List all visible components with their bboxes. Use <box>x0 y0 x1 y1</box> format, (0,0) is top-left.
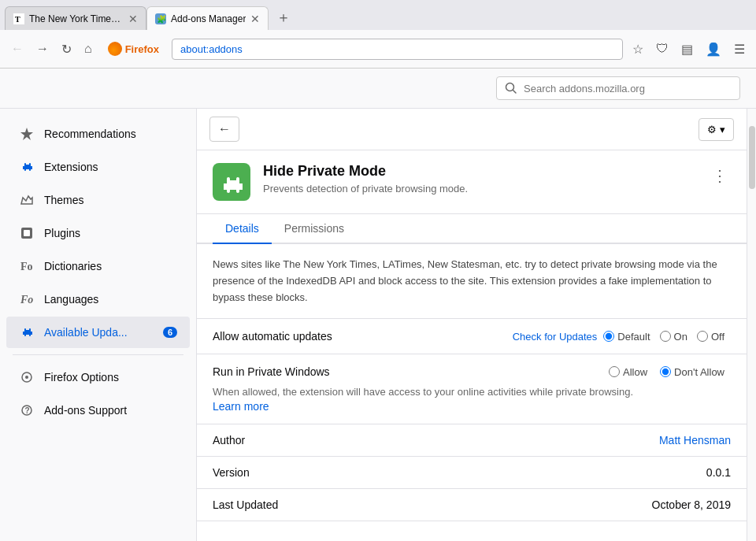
back-button[interactable]: ← <box>8 39 27 59</box>
radio-on-input[interactable] <box>660 331 671 342</box>
extensions-label: Extensions <box>44 161 98 173</box>
sidebar-item-addons-support[interactable]: ? Add-ons Support <box>6 395 190 426</box>
addon-search-bar <box>0 69 756 109</box>
svg-marker-6 <box>20 128 33 140</box>
available-updates-icon <box>19 324 35 340</box>
tab-permissions[interactable]: Permissions <box>272 214 357 244</box>
firefox-options-label: Firefox Options <box>44 371 119 384</box>
addons-tab-title: Add-ons Manager <box>171 13 246 24</box>
nyt-tab-close[interactable]: ✕ <box>128 13 138 25</box>
new-tab-button[interactable]: ＋ <box>270 5 297 30</box>
content-back-button[interactable]: ← <box>209 117 239 142</box>
main-layout: Recommendations Extensions Themes <box>0 109 756 541</box>
firefox-text: Firefox <box>125 43 159 55</box>
private-windows-controls: Allow Don't Allow <box>609 366 731 378</box>
nav-bar: ← → ↻ ⌂ Firefox about:addons ☆ 🛡 ▤ 👤 ☰ <box>0 30 756 68</box>
radio-dont-allow-input[interactable] <box>660 366 671 377</box>
recommendations-icon <box>19 126 35 142</box>
available-updates-label: Available Upda... <box>44 326 128 339</box>
radio-default-input[interactable] <box>603 331 614 342</box>
refresh-button[interactable]: ↻ <box>58 39 75 60</box>
extension-name: Hide Private Mode <box>263 163 696 180</box>
extension-tab-nav: Details Permissions <box>197 214 747 244</box>
sidebar-item-firefox-options[interactable]: Firefox Options <box>6 361 190 393</box>
nyt-tab-title: The New York Times - Breaking <box>29 13 124 24</box>
sidebar-item-languages[interactable]: Fo Languages <box>6 283 190 315</box>
addons-search-box[interactable] <box>496 76 740 100</box>
addons-tab-close[interactable]: ✕ <box>250 13 260 25</box>
radio-on[interactable]: On <box>660 331 694 343</box>
private-windows-description: When allowed, the extension will have ac… <box>213 384 731 400</box>
home-button[interactable]: ⌂ <box>81 39 95 59</box>
forward-button[interactable]: → <box>33 39 52 59</box>
version-label: Version <box>213 466 250 479</box>
bookmark-button[interactable]: ☆ <box>629 39 647 60</box>
addons-favicon: 🧩 <box>155 13 166 24</box>
account-button[interactable]: 👤 <box>702 39 724 60</box>
extension-description: Prevents detection of private browsing m… <box>263 183 696 195</box>
radio-off-input[interactable] <box>697 331 708 342</box>
version-value: 0.0.1 <box>706 466 731 479</box>
tab-bar: T The New York Times - Breaking ✕ 🧩 Add-… <box>0 0 756 30</box>
scrollbar[interactable] <box>747 109 756 541</box>
svg-rect-8 <box>24 230 30 236</box>
extension-menu-button[interactable]: ⋮ <box>709 163 731 188</box>
learn-more-link[interactable]: Learn more <box>213 400 269 413</box>
radio-allow-label: Allow <box>623 366 647 378</box>
radio-allow-input[interactable] <box>609 366 620 377</box>
allow-updates-label: Allow automatic updates <box>213 330 332 343</box>
gear-dropdown-icon: ▾ <box>720 124 725 135</box>
menu-button[interactable]: ☰ <box>731 39 748 60</box>
extension-detail-text-section: News sites like The New York Times, LATi… <box>197 244 747 319</box>
private-windows-row: Run in Private Windows Allow Don't Allow <box>213 365 731 378</box>
extension-icon <box>213 163 250 201</box>
private-windows-section: Run in Private Windows Allow Don't Allow… <box>197 354 747 424</box>
radio-off[interactable]: Off <box>697 331 731 343</box>
gear-button[interactable]: ⚙ ▾ <box>699 118 734 141</box>
svg-text:🧩: 🧩 <box>157 14 166 24</box>
radio-default[interactable]: Default <box>603 331 656 343</box>
scrollbar-thumb[interactable] <box>749 126 755 189</box>
extensions-icon <box>19 159 35 175</box>
url-bar[interactable]: about:addons <box>172 39 623 60</box>
radio-on-label: On <box>674 331 687 343</box>
sidebar: Recommendations Extensions Themes <box>0 109 197 541</box>
updates-badge: 6 <box>163 327 177 338</box>
tab-nyt[interactable]: T The New York Times - Breaking ✕ <box>5 6 146 30</box>
content-area: ← ⚙ ▾ Hide Private Mode Prevents detecti… <box>197 109 747 541</box>
radio-default-label: Default <box>617 331 650 343</box>
shield-button[interactable]: 🛡 <box>653 39 672 59</box>
sidebar-item-recommendations[interactable]: Recommendations <box>6 118 190 150</box>
content-toolbar: ← ⚙ ▾ <box>197 109 747 150</box>
tab-addons[interactable]: 🧩 Add-ons Manager ✕ <box>146 6 269 30</box>
tab-details[interactable]: Details <box>213 214 272 244</box>
themes-label: Themes <box>44 194 84 206</box>
sidebar-item-extensions[interactable]: Extensions <box>6 151 190 183</box>
firefox-logo[interactable]: Firefox <box>102 39 165 59</box>
version-row: Version 0.0.1 <box>197 457 747 489</box>
sidebar-item-plugins[interactable]: Plugins <box>6 217 190 249</box>
sidebar-item-available-updates[interactable]: Available Upda... 6 <box>6 317 190 348</box>
author-value[interactable]: Matt Hensman <box>659 434 731 447</box>
sidebar-toggle-button[interactable]: ▤ <box>678 39 696 60</box>
plugins-icon <box>19 225 35 241</box>
sidebar-item-dictionaries[interactable]: Fo Dictionaries <box>6 250 190 282</box>
last-updated-label: Last Updated <box>213 498 278 511</box>
radio-off-label: Off <box>711 331 724 343</box>
svg-text:Fo: Fo <box>20 294 33 306</box>
author-label: Author <box>213 434 245 447</box>
private-windows-label: Run in Private Windows <box>213 365 330 378</box>
languages-label: Languages <box>44 293 98 306</box>
radio-dont-allow[interactable]: Don't Allow <box>660 366 731 378</box>
addons-support-icon: ? <box>19 402 35 418</box>
last-updated-row: Last Updated October 8, 2019 <box>197 489 747 521</box>
browser-chrome: T The New York Times - Breaking ✕ 🧩 Add-… <box>0 0 756 69</box>
svg-point-12 <box>25 376 28 379</box>
svg-text:?: ? <box>25 406 30 415</box>
plugins-label: Plugins <box>44 227 80 239</box>
addons-search-input[interactable] <box>524 83 732 94</box>
sidebar-item-themes[interactable]: Themes <box>6 184 190 216</box>
radio-allow[interactable]: Allow <box>609 366 654 378</box>
gear-icon: ⚙ <box>707 124 717 135</box>
check-updates-link[interactable]: Check for Updates <box>513 331 598 343</box>
